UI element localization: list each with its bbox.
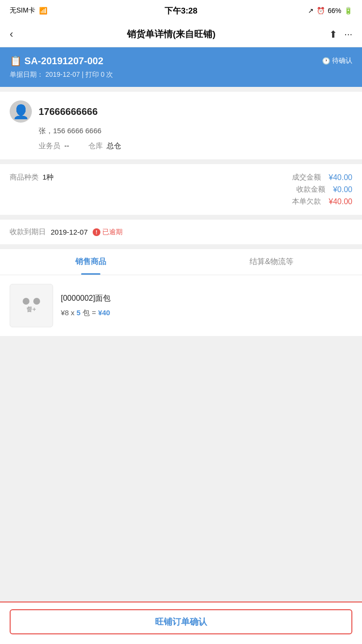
amount-label: 成交金额 [292,173,321,182]
product-type: 商品种类 1种 [10,173,54,182]
received-label: 收款金额 [296,185,325,194]
nav-actions: ⬆ ··· [329,28,352,40]
avatar: 👤 [10,100,32,123]
price-qty: 5 [77,308,81,317]
product-item: 督+ [0000002]面包 ¥8 x 5 包 = ¥40 [0,275,362,336]
battery-text: 66% [328,7,341,14]
customer-meta: 业务员 -- 仓库 总仓 [39,141,352,151]
price-unit: ¥8 [61,308,69,317]
price-equals: = [92,308,98,317]
sim-text: 无SIM卡 [10,6,35,15]
debt-row: 本单欠款 ¥40.00 [292,197,352,206]
due-date-value: 2019-12-07 [51,228,88,236]
customer-card: 👤 17666666666 张，156 6666 6666 业务员 -- 仓库 … [0,92,362,159]
avatar-icon: 👤 [13,104,29,120]
product-thumbnail: 督+ [10,284,53,327]
product-info: [0000002]面包 ¥8 x 5 包 = ¥40 [61,294,352,318]
status-left: 无SIM卡 📶 [10,6,47,15]
order-status: 🕐 待确认 [322,56,352,65]
customer-phone: 17666666666 [39,106,97,117]
amount-row: 成交金额 ¥40.00 [292,173,352,182]
confirm-button[interactable]: 旺铺订单确认 [10,609,352,634]
order-header: 📋 SA-20191207-002 🕐 待确认 单据日期： 2019-12-07… [0,47,362,87]
customer-row: 👤 17666666666 [10,100,352,123]
salesman-label: 业务员 [39,141,60,150]
amount-value: ¥40.00 [329,173,352,182]
summary-section: 商品种类 1种 成交金额 ¥40.00 收款金额 ¥0.00 本单欠款 ¥40.… [0,164,362,215]
share-icon[interactable]: ⬆ [329,28,337,40]
price-multiply: x [71,308,77,317]
salesman-info: 业务员 -- [39,141,69,151]
page-title: 销货单详情(来自旺铺) [127,28,216,41]
overdue-text: 已逾期 [102,228,123,237]
nav-bar: ‹ 销货单详情(来自旺铺) ⬆ ··· [0,21,362,47]
tabs-section: 销售商品 结算&物流等 督+ [0000002]面包 ¥8 x 5 包 [0,249,362,336]
status-time: 下午3:28 [165,5,197,16]
warehouse-value: 总仓 [107,141,121,150]
product-price-row: ¥8 x 5 包 = ¥40 [61,308,352,318]
location-icon: ↗ [308,7,314,14]
back-button[interactable]: ‹ [10,28,13,41]
debt-label: 本单欠款 [292,197,321,206]
order-date: 单据日期： 2019-12-07 | 打印 0 次 [10,70,352,79]
status-right: ↗ ⏰ 66% 🔋 [308,7,352,14]
customer-name: 张，156 6666 6666 [39,126,352,136]
wifi-icon: 📶 [39,7,47,14]
price-total: ¥40 [98,308,110,317]
alarm-icon: ⏰ [317,7,325,14]
salesman-value: -- [64,141,69,150]
product-logo: 督+ [23,298,40,314]
received-value: ¥0.00 [333,185,352,194]
more-icon[interactable]: ··· [344,28,352,40]
due-date-section: 收款到期日 2019-12-07 ! 已逾期 [0,220,362,244]
owl-eye-left [23,298,29,305]
status-bar: 无SIM卡 📶 下午3:28 ↗ ⏰ 66% 🔋 [0,0,362,21]
debt-value: ¥40.00 [329,197,352,206]
received-row: 收款金额 ¥0.00 [296,185,352,194]
order-header-top: 📋 SA-20191207-002 🕐 待确认 [10,55,352,67]
owl-eye-right [33,298,40,305]
tabs-row: 销售商品 结算&物流等 [0,249,362,275]
status-clock-icon: 🕐 [322,57,330,65]
tab-products[interactable]: 销售商品 [0,249,181,275]
tab-settlement[interactable]: 结算&物流等 [181,249,362,275]
warehouse-info: 仓库 总仓 [88,141,121,151]
battery-icon: 🔋 [344,7,352,14]
overdue-dot-icon: ! [93,228,100,236]
order-id: 📋 SA-20191207-002 [10,55,103,67]
product-name: [0000002]面包 [61,294,352,304]
due-label: 收款到期日 [10,227,46,237]
amounts: 成交金额 ¥40.00 收款金额 ¥0.00 本单欠款 ¥40.00 [292,173,352,206]
product-type-label: 商品种类 [10,173,39,182]
order-id-icon: 📋 [10,56,25,66]
confirm-btn-wrapper: 旺铺订单确认 [0,602,362,644]
price-unit-name: 包 [83,308,90,317]
product-type-value: 1种 [42,173,54,182]
owl-text: 督+ [27,306,36,314]
warehouse-label: 仓库 [88,141,103,150]
bottom-area [0,336,362,443]
overdue-badge: ! 已逾期 [93,228,123,237]
owl-eyes [23,298,40,305]
